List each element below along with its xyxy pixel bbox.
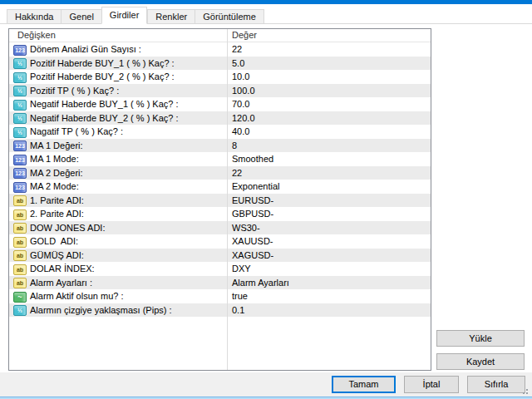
param-value[interactable]: WS30- [232,221,260,235]
param-value[interactable]: true [232,289,248,303]
param-name: Pozitif Haberde BUY_1 ( % ) Kaç? : [30,57,175,71]
param-value[interactable]: 22 [232,42,242,57]
double-type-icon: ½ [13,100,27,111]
string-type-icon: ab [13,195,27,206]
titlebar-edge [0,0,532,4]
string-type-icon: ab [13,209,27,220]
param-name: 1. Parite ADI: [30,194,84,208]
inputs-table: Değişken Değer 123 Dönem Analizi Gün Say… [8,28,431,371]
param-value[interactable]: XAGUSD- [232,249,273,263]
param-name: Alarmın çizgiye yaklaşması (Pips) : [30,303,172,318]
param-name: Pozitif Haberde BUY_2 ( % ) Kaç? : [30,70,175,84]
param-value[interactable]: XAUUSD- [232,234,273,249]
sıfırla-button[interactable]: Sıfırla [467,376,525,393]
table-row[interactable]: ½ Pozitif TP ( % ) Kaç? : 100.0 [9,84,431,98]
table-header: Değişken Değer [9,29,431,42]
table-row[interactable]: ~ Alarm Aktif olsun mu? : true [9,289,431,303]
tamam-button[interactable]: Tamam [332,376,396,393]
side-button-group: YükleKaydet [436,330,525,377]
param-name: Alarm Aktif olsun mu? : [30,289,124,303]
double-type-icon: ½ [13,305,27,316]
kaydet-button[interactable]: Kaydet [436,353,525,370]
int-type-icon: 123 [13,155,27,165]
param-value[interactable]: Exponential [232,180,280,194]
yükle-button[interactable]: Yükle [436,330,525,347]
table-row[interactable]: 123 Dönem Analizi Gün Sayısı : 22 [9,42,431,57]
param-name: GOLD ADI: [30,234,78,249]
param-name: GÜMÜŞ ADI: [30,249,84,263]
tab-renkler[interactable]: Renkler [147,9,195,24]
param-value[interactable]: GBPUSD- [232,207,273,221]
param-value[interactable]: Smoothed [232,152,273,166]
table-row[interactable]: ab GOLD ADI: XAUUSD- [9,234,431,249]
param-name: Negatif Haberde BUY_1 ( % ) Kaç? : [30,97,179,111]
param-name: DOW JONES ADI: [30,221,105,235]
param-value[interactable]: 10.0 [232,70,249,84]
column-header-variable[interactable]: Değişken [17,30,56,40]
table-row[interactable]: 123 MA 2 Değeri: 22 [9,166,431,180]
string-type-icon: ab [13,264,27,275]
table-row[interactable]: ½ Pozitif Haberde BUY_2 ( % ) Kaç? : 10.… [9,70,431,84]
column-divider[interactable] [227,29,228,370]
param-value[interactable]: 22 [232,166,242,180]
table-row[interactable]: ½ Alarmın çizgiye yaklaşması (Pips) : 0.… [9,303,431,318]
table-row[interactable]: ½ Pozitif Haberde BUY_1 ( % ) Kaç? : 5.0 [9,57,431,71]
param-name: Pozitif TP ( % ) Kaç? : [30,84,119,98]
param-name: Dönem Analizi Gün Sayısı : [30,42,141,57]
param-name: MA 2 Değeri: [30,166,83,180]
param-value[interactable]: 120.0 [232,111,255,126]
table-row[interactable]: ab GÜMÜŞ ADI: XAGUSD- [9,249,431,263]
param-name: DOLAR İNDEX: [30,262,95,276]
int-type-icon: 123 [13,45,27,56]
string-type-icon: ab [13,237,27,248]
param-value[interactable]: 0.1 [232,303,244,318]
param-value[interactable]: 100.0 [232,84,255,98]
resize-grip[interactable] [526,392,528,394]
int-type-icon: 123 [13,168,27,179]
tab-girdiler[interactable]: Girdiler [101,7,147,24]
table-row[interactable]: 123 MA 2 Mode: Exponential [9,180,431,194]
string-type-icon: ab [13,278,27,288]
column-header-value[interactable]: Değer [232,30,257,40]
double-type-icon: ½ [13,127,27,138]
param-value[interactable]: 40.0 [232,125,249,139]
tab-label: Genel [69,12,93,22]
tab-bar: Hakkında Genel Girdiler Renkler Görüntül… [7,7,264,24]
tab-genel[interactable]: Genel [61,9,101,24]
param-name: MA 1 Değeri: [30,139,83,153]
table-row[interactable]: ½ Negatif Haberde BUY_1 ( % ) Kaç? : 70.… [9,97,431,111]
tab-label: Hakkında [15,12,53,22]
table-row[interactable]: ab DOLAR İNDEX: DXY [9,262,431,276]
param-value[interactable]: DXY [232,262,251,276]
table-row[interactable]: ab 1. Parite ADI: EURUSD- [9,194,431,208]
string-type-icon: ab [13,250,27,261]
param-value[interactable]: 70.0 [232,97,249,111]
param-value[interactable]: 8 [232,139,237,153]
param-name: MA 2 Mode: [30,180,79,194]
table-row[interactable]: ab Alarm Ayarları : Alarm Ayarları [9,276,431,290]
table-row[interactable]: ½ Nagatif TP ( % ) Kaç? : 40.0 [9,125,431,139]
tab-page-inputs: Değişken Değer 123 Dönem Analizi Gün Say… [0,23,532,372]
param-name: Nagatif TP ( % ) Kaç? : [30,125,123,139]
param-value[interactable]: 5.0 [232,57,244,71]
ea-properties-dialog: Hakkında Genel Girdiler Renkler Görüntül… [0,0,532,399]
tab-label: Girdiler [110,10,139,20]
table-row[interactable]: 123 MA 1 Mode: Smoothed [9,152,431,166]
double-type-icon: ½ [13,72,27,83]
param-value[interactable]: EURUSD- [232,194,273,208]
int-type-icon: 123 [13,182,27,193]
table-row[interactable]: ½ Negatif Haberde BUY_2 ( % ) Kaç? : 120… [9,111,431,126]
table-row[interactable]: ab DOW JONES ADI: WS30- [9,221,431,235]
table-row[interactable]: ab 2. Parite ADI: GBPUSD- [9,207,431,221]
string-type-icon: ab [13,223,27,234]
table-row[interactable]: 123 MA 1 Değeri: 8 [9,139,431,153]
double-type-icon: ½ [13,86,27,96]
param-value[interactable]: Alarm Ayarları [232,276,289,290]
tab-görüntüleme[interactable]: Görüntüleme [195,9,264,24]
bool-type-icon: ~ [13,292,27,303]
double-type-icon: ½ [13,58,27,69]
param-name: Alarm Ayarları : [30,276,92,290]
tab-label: Görüntüleme [203,12,256,22]
tab-hakkında[interactable]: Hakkında [7,9,61,24]
i̇ptal-button[interactable]: İptal [404,376,459,393]
